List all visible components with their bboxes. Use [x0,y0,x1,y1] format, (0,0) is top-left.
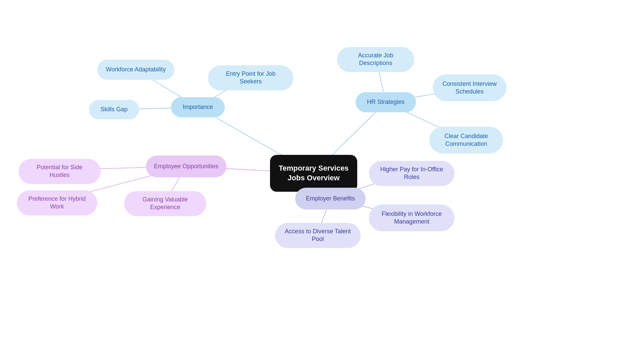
importance-node: Importance [171,97,225,117]
valuable_exp-node: Gaining Valuable Experience [124,191,206,216]
hr_strategies-node: HR Strategies [356,92,416,112]
diverse_talent-node: Access to Diverse Talent Pool [275,223,361,248]
workforce_adaptability-node: Workforce Adaptability [97,60,174,80]
hybrid_work-node: Preference for Hybrid Work [17,190,97,216]
consistent_interview-node: Consistent Interview Schedules [433,74,506,101]
flexibility-node: Flexibility in Workforce Management [369,204,454,231]
employer_benefits-node: Employer Benefits [295,188,366,209]
clear_candidate-node: Clear Candidate Communication [429,127,503,154]
skills_gap-node: Skills Gap [89,100,139,119]
mindmap-container: Temporary Services Jobs OverviewImportan… [0,0,644,363]
accurate_job-node: Accurate Job Descriptions [337,47,414,72]
entry_point-node: Entry Point for Job Seekers [208,65,293,90]
side_hustles-node: Potential for Side Hustles [18,159,101,184]
higher_pay-node: Higher Pay for In-Office Roles [369,161,454,186]
employee_opps-node: Employee Opportunities [146,156,226,177]
center-node: Temporary Services Jobs Overview [270,155,357,192]
